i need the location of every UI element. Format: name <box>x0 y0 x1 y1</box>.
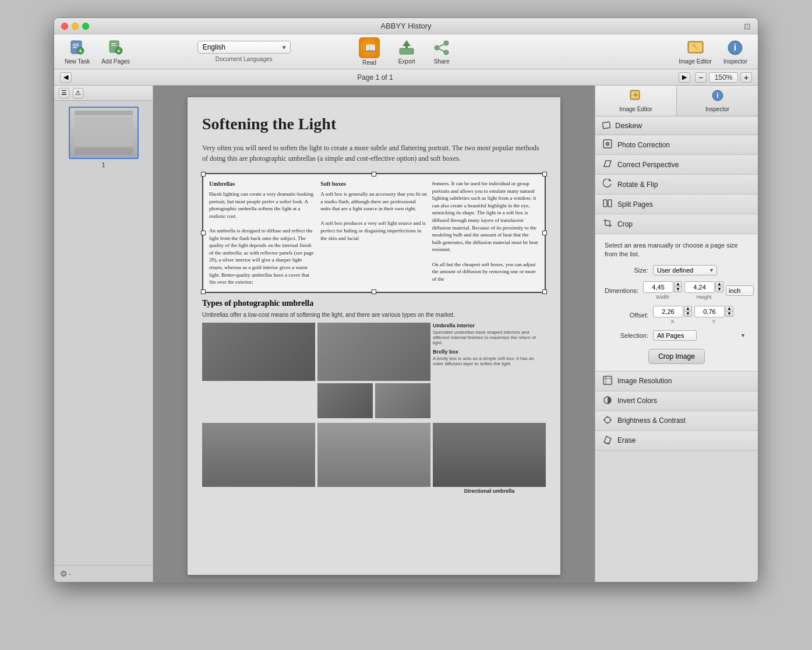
offset-y-stepper: ▲ ▼ <box>725 306 733 317</box>
offset-y-wrap: ▲ ▼ Y <box>694 306 733 324</box>
erase-item[interactable]: Erase <box>595 431 758 451</box>
types-section: Types of photographic umbrella Umbrellas… <box>202 299 546 494</box>
new-task-button[interactable]: + New Task <box>61 36 93 67</box>
resize-icon[interactable]: ⊡ <box>743 22 752 31</box>
image-resolution-item[interactable]: Image Resolution <box>595 372 758 391</box>
selection-handle-tm[interactable] <box>372 172 376 176</box>
rotate-flip-item[interactable]: Rotate & Flip <box>595 175 758 195</box>
close-button[interactable] <box>61 23 68 30</box>
invert-colors-item[interactable]: Invert Colors <box>595 391 758 411</box>
selection-handle-tr[interactable] <box>542 172 547 176</box>
offset-y-sublabel: Y <box>712 319 715 324</box>
secondary-toolbar: ◀ Page 1 of 1 ▶ − 150% + <box>54 69 758 86</box>
selection-handle-lm[interactable] <box>201 231 206 235</box>
thumb-warning-btn[interactable]: ⚠ <box>73 88 83 98</box>
language-select[interactable]: English <box>197 41 291 54</box>
umbrella-interior-text: Specialist umbrellas have shaped interio… <box>433 330 546 345</box>
inspector-tab[interactable]: i Inspector <box>677 86 758 116</box>
add-pages-button[interactable]: + Add Pages <box>98 36 133 67</box>
types-heading: Types of photographic umbrella <box>202 299 546 308</box>
selection-handle-rm[interactable] <box>542 231 547 235</box>
svg-rect-1 <box>73 44 79 45</box>
inspector-button[interactable]: i Inspector <box>720 36 751 67</box>
photo-placeholder-2 <box>317 323 430 381</box>
export-label: Export <box>398 58 415 65</box>
photo-row2-3 <box>433 423 546 487</box>
export-button[interactable]: Export <box>394 36 419 67</box>
language-select-wrap: English ▼ <box>197 41 291 54</box>
photo-3: Umbrella interior Specialist umbrellas h… <box>433 323 546 418</box>
minimize-button[interactable] <box>72 23 79 30</box>
inspector-tab-icon: i <box>711 89 724 105</box>
size-label: Size: <box>605 267 648 274</box>
invert-colors-icon <box>602 395 613 407</box>
photo-2 <box>317 323 430 418</box>
image-resolution-label: Image Resolution <box>617 377 672 385</box>
thumb-item-1[interactable]: 1 <box>69 107 139 168</box>
height-stepper-down[interactable]: ▼ <box>715 287 723 292</box>
correct-perspective-label: Correct Perspective <box>617 161 679 169</box>
crop-image-button[interactable]: Crop Image <box>648 349 705 364</box>
correct-perspective-item[interactable]: Correct Perspective <box>595 155 758 175</box>
next-page-button[interactable]: ▶ <box>679 72 690 83</box>
svg-point-33 <box>606 142 609 146</box>
share-button[interactable]: Share <box>429 36 454 67</box>
article-col-1: Umbrellas Harsh lighting can create a ve… <box>209 180 316 286</box>
split-pages-item[interactable]: Split Pages <box>595 195 758 214</box>
right-toolbar-group: ✏️ Image Editor i Inspector <box>675 36 751 67</box>
width-sublabel: Width <box>656 294 669 300</box>
size-select[interactable]: User defined <box>653 265 717 275</box>
image-editor-icon: ✏️ <box>686 38 705 57</box>
height-input[interactable] <box>684 281 715 293</box>
svg-text:+: + <box>79 48 82 54</box>
svg-text:📖: 📖 <box>365 43 376 54</box>
image-editor-button[interactable]: ✏️ Image Editor <box>675 36 715 67</box>
rotate-icon <box>602 179 613 190</box>
prev-page-button[interactable]: ◀ <box>60 72 72 83</box>
photo-sub-1 <box>317 383 373 418</box>
width-stepper-down[interactable]: ▼ <box>674 287 682 292</box>
zoom-out-button[interactable]: − <box>695 72 707 83</box>
height-stepper: ▲ ▼ <box>715 281 723 292</box>
selection-handle-bl[interactable] <box>201 289 206 294</box>
photo-correction-label: Photo Correction <box>617 141 670 149</box>
svg-marker-35 <box>608 179 612 181</box>
thumb-number-1: 1 <box>101 161 105 168</box>
export-icon <box>397 38 416 57</box>
selection-select[interactable]: All Pages <box>653 330 697 341</box>
width-input[interactable] <box>643 281 673 293</box>
selection-handle-br[interactable] <box>542 289 547 294</box>
svg-rect-3 <box>73 47 77 48</box>
thumb-list: 1 <box>54 101 153 565</box>
svg-rect-14 <box>405 44 408 48</box>
crop-header[interactable]: Crop <box>595 214 758 234</box>
svg-rect-36 <box>603 200 607 207</box>
unit-select[interactable]: inch <box>726 285 754 296</box>
selection-select-wrap: All Pages ▼ <box>653 330 749 341</box>
image-editor-tab[interactable]: Image Editor <box>595 86 677 116</box>
deskew-section-header[interactable]: Deskew <box>595 116 758 135</box>
svg-rect-7 <box>111 43 116 44</box>
read-icon: 📖 <box>359 37 380 58</box>
brolly-box-title: Brolly box <box>433 349 546 355</box>
crop-panel: Crop Select an area manually or choose a… <box>595 214 758 372</box>
zoom-in-button[interactable]: + <box>740 72 752 83</box>
read-button[interactable]: 📖 Read <box>354 35 384 68</box>
doc-canvas[interactable]: Softening the Light Very often you will … <box>153 86 595 582</box>
offset-x-input[interactable] <box>653 306 683 317</box>
photo-grid: Umbrella interior Specialist umbrellas h… <box>202 323 546 418</box>
brightness-contrast-item[interactable]: Brightness & Contrast <box>595 411 758 431</box>
svg-rect-31 <box>602 122 610 129</box>
inspector-label: Inspector <box>723 58 747 65</box>
offset-x-stepper-down[interactable]: ▼ <box>684 311 692 317</box>
settings-gear-icon[interactable]: ⚙ <box>60 569 68 578</box>
selection-handle-bm[interactable] <box>372 289 376 294</box>
offset-row: Offset: ▲ ▼ X <box>605 306 749 324</box>
selection-handle-tl[interactable] <box>201 172 206 176</box>
zoom-button[interactable] <box>82 23 89 30</box>
umbrella-interior-title: Umbrella interior <box>433 323 546 328</box>
photo-correction-item[interactable]: Photo Correction <box>595 135 758 155</box>
offset-y-stepper-down[interactable]: ▼ <box>725 311 733 317</box>
offset-y-input[interactable] <box>694 306 725 317</box>
thumb-view-btn[interactable]: ☰ <box>59 88 69 98</box>
